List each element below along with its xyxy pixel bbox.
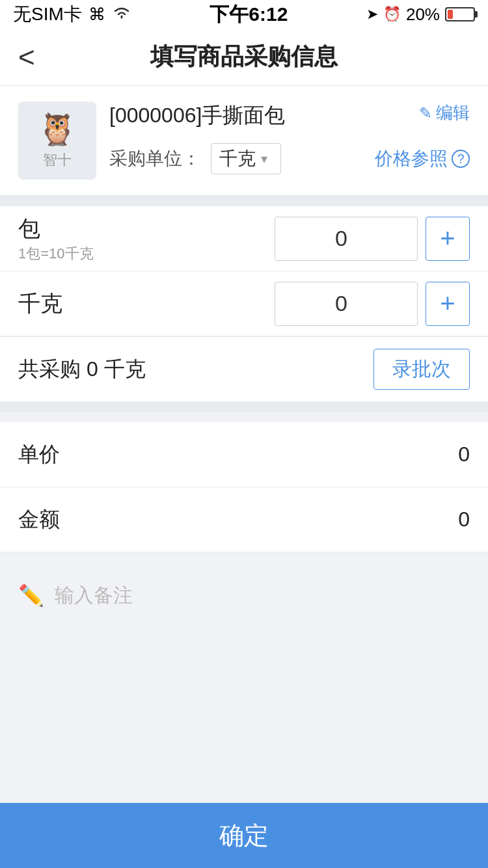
unit-price-row: 单价 0: [0, 422, 488, 487]
package-sublabel: 1包=10千克: [18, 244, 96, 264]
summary-text: 共采购 0 千克: [18, 355, 146, 384]
wifi-signal: [112, 4, 131, 25]
unit-price-value: 0: [458, 442, 470, 467]
amount-label: 金额: [18, 506, 60, 534]
record-batch-button[interactable]: 录批次: [373, 349, 470, 390]
unit-label: 采购单位：: [109, 146, 200, 171]
confirm-button[interactable]: 确定: [0, 803, 488, 868]
purchase-unit-row: 采购单位： 千克 ▾ 价格参照 ?: [109, 143, 470, 174]
product-info: [0000006]手撕面包 ✎ 编辑 采购单位： 千克 ▾ 价格参照 ?: [109, 102, 470, 174]
kg-row: 千克 +: [0, 271, 488, 336]
notes-placeholder: 输入备注: [55, 582, 133, 609]
edit-label: 编辑: [436, 102, 470, 124]
price-ref-info-icon: ?: [452, 150, 470, 168]
amount-value: 0: [458, 508, 470, 532]
wifi-icon: ⌘: [88, 5, 105, 25]
package-label-main: 包: [18, 214, 96, 244]
status-bar: 无SIM卡 ⌘ 下午6:12 ➤ ⏰ 20%: [0, 0, 488, 29]
package-label: 包 1包=10千克: [18, 214, 96, 264]
chevron-down-icon: ▾: [261, 151, 267, 167]
product-logo-text: 智十: [43, 150, 72, 170]
product-logo-icon: 🦉: [38, 111, 77, 148]
section-divider-1: [0, 196, 488, 206]
status-left: 无SIM卡 ⌘: [13, 2, 131, 27]
status-right: ➤ ⏰ 20%: [366, 5, 475, 25]
price-ref-label: 价格参照: [375, 146, 448, 171]
battery-pct: 20%: [406, 5, 440, 25]
pencil-icon: ✏️: [18, 583, 44, 608]
price-ref-button[interactable]: 价格参照 ?: [375, 146, 470, 171]
status-time: 下午6:12: [210, 1, 288, 28]
location-icon: ➤: [366, 6, 378, 23]
price-section: 单价 0 金额 0: [0, 422, 488, 552]
summary-row: 共采购 0 千克 录批次: [0, 336, 488, 401]
unit-value: 千克: [219, 146, 256, 171]
product-name-row: [0000006]手撕面包 ✎ 编辑: [109, 102, 470, 130]
product-image: 🦉 智十: [18, 102, 96, 180]
kg-plus-button[interactable]: +: [426, 282, 470, 326]
package-quantity-input[interactable]: [275, 217, 418, 261]
alarm-icon: ⏰: [383, 6, 401, 23]
back-button[interactable]: <: [18, 43, 35, 72]
notes-section[interactable]: ✏️ 输入备注: [0, 563, 488, 628]
product-name: [0000006]手撕面包: [109, 102, 285, 130]
bottom-spacer: [0, 628, 488, 810]
kg-quantity-input[interactable]: [275, 282, 418, 326]
input-section: 包 1包=10千克 + 千克 + 共采购 0 千克 录批次: [0, 206, 488, 401]
carrier-label: 无SIM卡: [13, 2, 82, 27]
page-title: 填写商品采购信息: [150, 41, 338, 73]
section-divider-2: [0, 401, 488, 412]
battery-icon: [445, 7, 475, 21]
product-section: 🦉 智十 [0000006]手撕面包 ✎ 编辑 采购单位： 千克 ▾ 价格参照: [0, 86, 488, 196]
edit-button[interactable]: ✎ 编辑: [419, 102, 470, 124]
unit-select[interactable]: 千克 ▾: [211, 143, 281, 174]
kg-label: 千克: [18, 289, 96, 319]
amount-row: 金额 0: [0, 487, 488, 552]
nav-bar: < 填写商品采购信息: [0, 29, 488, 86]
package-row: 包 1包=10千克 +: [0, 206, 488, 271]
edit-icon: ✎: [419, 104, 432, 122]
unit-price-label: 单价: [18, 441, 60, 469]
package-plus-button[interactable]: +: [426, 217, 470, 261]
